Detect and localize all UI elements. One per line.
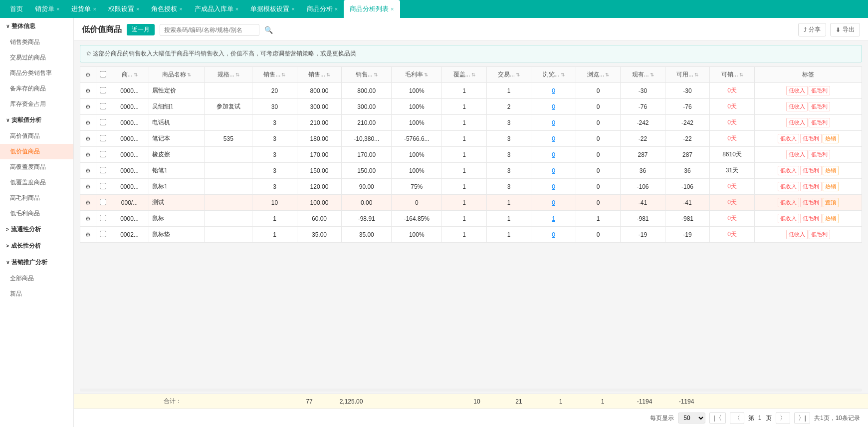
select-all-checkbox[interactable] — [100, 71, 106, 77]
row-gear[interactable]: ⚙ — [80, 227, 96, 243]
views-link[interactable]: 0 — [552, 167, 555, 174]
row-col12[interactable]: 0 — [531, 195, 576, 211]
sidebar-item-low-value[interactable]: 低价值商品 — [0, 144, 73, 159]
export-button[interactable]: ⬇ 导出 — [830, 23, 860, 36]
nav-purchase[interactable]: 进货单 × — [65, 0, 102, 18]
sidebar-item-sales-products[interactable]: 销售类商品 — [0, 34, 73, 50]
horizontal-scrollbar[interactable] — [80, 389, 862, 392]
th-current-stock[interactable]: 现有...⇅ — [621, 67, 665, 83]
nav-close-role[interactable]: × — [179, 6, 182, 12]
th-trade[interactable]: 交易...⇅ — [486, 67, 531, 83]
sidebar-item-low-profit[interactable]: 低毛利商品 — [0, 206, 73, 221]
next-page-button[interactable]: 〉 — [776, 412, 790, 424]
views-link[interactable]: 0 — [552, 151, 555, 158]
row-col12[interactable]: 0 — [531, 99, 576, 115]
prev-page-button[interactable]: 〈 — [730, 412, 744, 424]
row-gear[interactable]: ⚙ — [80, 131, 96, 147]
sidebar-group-contribution[interactable]: ∨ 贡献值分析 — [0, 112, 73, 128]
th-name[interactable]: 商品名称⇅ — [149, 67, 205, 83]
row-select-checkbox[interactable] — [100, 231, 106, 237]
th-sales3[interactable]: 销售...⇅ — [342, 67, 392, 83]
views-link[interactable]: 0 — [552, 231, 555, 238]
row-gear[interactable]: ⚙ — [80, 83, 96, 99]
sidebar-item-capital[interactable]: 库存资金占用 — [0, 96, 73, 112]
nav-permission[interactable]: 权限设置 × — [102, 0, 145, 18]
nav-close-product-analysis[interactable]: × — [335, 6, 338, 12]
th-saleable[interactable]: 可销...⇅ — [710, 67, 755, 83]
row-checkbox[interactable] — [96, 115, 110, 131]
row-gear[interactable]: ⚙ — [80, 99, 96, 115]
views-link[interactable]: 1 — [552, 215, 555, 222]
row-gear[interactable]: ⚙ — [80, 211, 96, 227]
row-checkbox[interactable] — [96, 99, 110, 115]
row-col12[interactable]: 0 — [531, 227, 576, 243]
row-checkbox[interactable] — [96, 147, 110, 163]
nav-close-sales[interactable]: × — [56, 6, 59, 12]
nav-product-analysis[interactable]: 商品分析 × — [301, 0, 344, 18]
nav-close-purchase[interactable]: × — [93, 6, 96, 12]
sidebar-group-overall[interactable]: ∨ 整体信息 — [0, 18, 73, 34]
th-spec[interactable]: 规格...⇅ — [205, 67, 252, 83]
nav-close-product-list[interactable]: × — [391, 6, 394, 12]
sidebar-item-new-products[interactable]: 新品 — [0, 286, 73, 302]
th-coverage[interactable]: 覆盖...⇅ — [442, 67, 487, 83]
nav-warehouse[interactable]: 产成品入库单 × — [189, 0, 244, 18]
nav-home[interactable]: 首页 — [4, 0, 29, 18]
sidebar-item-low-coverage[interactable]: 低覆盖度商品 — [0, 175, 73, 190]
row-select-checkbox[interactable] — [100, 103, 106, 109]
row-gear[interactable]: ⚙ — [80, 115, 96, 131]
row-col12[interactable]: 0 — [531, 163, 576, 179]
th-sales2[interactable]: 销售...⇅ — [297, 67, 342, 83]
last-page-button[interactable]: 〉| — [794, 412, 810, 424]
row-select-checkbox[interactable] — [100, 215, 106, 221]
row-select-checkbox[interactable] — [100, 183, 106, 189]
row-select-checkbox[interactable] — [100, 135, 106, 141]
views-link[interactable]: 0 — [552, 103, 555, 110]
nav-template[interactable]: 单据模板设置 × — [244, 0, 300, 18]
row-col12[interactable]: 1 — [531, 211, 576, 227]
sidebar-group-growth[interactable]: > 成长性分析 — [0, 238, 73, 254]
nav-close-permission[interactable]: × — [136, 6, 139, 12]
search-icon[interactable]: 🔍 — [264, 26, 273, 34]
th-views2[interactable]: 浏览...⇅ — [576, 67, 621, 83]
row-gear[interactable]: ⚙ — [80, 163, 96, 179]
page-size-select[interactable]: 50 100 200 — [678, 413, 705, 424]
row-checkbox[interactable] — [96, 227, 110, 243]
row-checkbox[interactable] — [96, 179, 110, 195]
sidebar-item-stock[interactable]: 备库存的商品 — [0, 81, 73, 96]
th-available-stock[interactable]: 可用...⇅ — [665, 67, 710, 83]
nav-close-warehouse[interactable]: × — [235, 6, 238, 12]
share-button[interactable]: ⤴ 分享 — [798, 23, 826, 36]
th-views1[interactable]: 浏览...⇅ — [531, 67, 576, 83]
nav-sales[interactable]: 销货单 × — [29, 0, 65, 18]
sidebar-item-high-coverage[interactable]: 高覆盖度商品 — [0, 159, 73, 175]
th-settings[interactable]: ⚙ — [80, 67, 96, 83]
sidebar-item-all-products[interactable]: 全部商品 — [0, 271, 73, 286]
sidebar-item-high-profit[interactable]: 高毛利商品 — [0, 190, 73, 206]
row-col12[interactable]: 0 — [531, 131, 576, 147]
th-profit-rate[interactable]: 毛利率⇅ — [392, 67, 442, 83]
th-checkbox[interactable] — [96, 67, 110, 83]
sidebar-group-marketing[interactable]: ∨ 营销推广分析 — [0, 254, 73, 271]
row-gear[interactable]: ⚙ — [80, 195, 96, 211]
row-col12[interactable]: 0 — [531, 115, 576, 131]
row-select-checkbox[interactable] — [100, 119, 106, 125]
row-checkbox[interactable] — [96, 195, 110, 211]
views-link[interactable]: 0 — [552, 119, 555, 126]
nav-product-list[interactable]: 商品分析列表 × — [344, 0, 400, 18]
nav-role[interactable]: 角色授权 × — [145, 0, 188, 18]
row-checkbox[interactable] — [96, 163, 110, 179]
row-select-checkbox[interactable] — [100, 151, 106, 157]
row-checkbox[interactable] — [96, 131, 110, 147]
first-page-button[interactable]: |〈 — [709, 412, 725, 424]
views-link[interactable]: 0 — [552, 199, 555, 206]
views-link[interactable]: 0 — [552, 183, 555, 190]
row-gear[interactable]: ⚙ — [80, 147, 96, 163]
th-sales1[interactable]: 销售...⇅ — [252, 67, 297, 83]
sidebar-group-circulation[interactable]: > 流通性分析 — [0, 221, 73, 238]
filter-recent-month-button[interactable]: 近一月 — [127, 24, 155, 35]
sidebar-item-category-rate[interactable]: 商品分类销售率 — [0, 65, 73, 81]
th-code[interactable]: 商...⇅ — [110, 67, 149, 83]
row-col12[interactable]: 0 — [531, 179, 576, 195]
search-input[interactable] — [160, 24, 259, 36]
